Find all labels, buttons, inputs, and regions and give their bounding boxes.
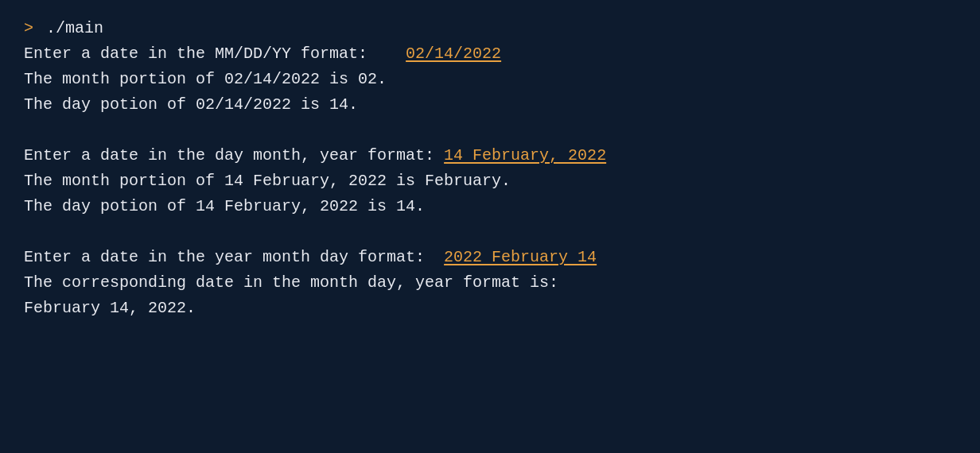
mmddyy-label: Enter a date in the MM/DD/YY format: [24, 41, 406, 67]
mmddyy-input: 02/14/2022 [406, 41, 501, 67]
ymd-input: 2022 February 14 [444, 245, 597, 270]
command-text: ./main [37, 16, 103, 41]
month-portion-text-2: The month portion of 14 February, 2022 i… [24, 168, 511, 194]
date-prompt-mmddyy: Enter a date in the MM/DD/YY format: 02/… [24, 41, 956, 67]
day-portion-text-2: The day potion of 14 February, 2022 is 1… [24, 194, 425, 219]
day-portion-mmddyy: The day potion of 02/14/2022 is 14. [24, 92, 956, 118]
corresponding-date-value: February 14, 2022. [24, 296, 956, 321]
terminal-window: > ./main Enter a date in the MM/DD/YY fo… [0, 0, 980, 453]
corresponding-date-label: The corresponding date in the month day,… [24, 270, 956, 296]
corresponding-text: The corresponding date in the month day,… [24, 270, 558, 296]
date-prompt-dmy: Enter a date in the day month, year form… [24, 143, 956, 168]
day-portion-text-1: The day potion of 02/14/2022 is 14. [24, 92, 358, 118]
prompt-symbol: > [24, 16, 33, 41]
dmy-input: 14 February, 2022 [444, 143, 606, 168]
dmy-label: Enter a date in the day month, year form… [24, 143, 444, 168]
month-portion-dmy: The month portion of 14 February, 2022 i… [24, 168, 956, 194]
month-portion-mmddyy: The month portion of 02/14/2022 is 02. [24, 67, 956, 92]
day-portion-dmy: The day potion of 14 February, 2022 is 1… [24, 194, 956, 219]
spacer-2 [24, 219, 956, 245]
command-line: > ./main [24, 16, 956, 41]
formatted-date: February 14, 2022. [24, 296, 196, 321]
month-portion-text-1: The month portion of 02/14/2022 is 02. [24, 67, 387, 92]
ymd-label: Enter a date in the year month day forma… [24, 245, 444, 270]
spacer-1 [24, 118, 956, 143]
date-prompt-ymd: Enter a date in the year month day forma… [24, 245, 956, 270]
